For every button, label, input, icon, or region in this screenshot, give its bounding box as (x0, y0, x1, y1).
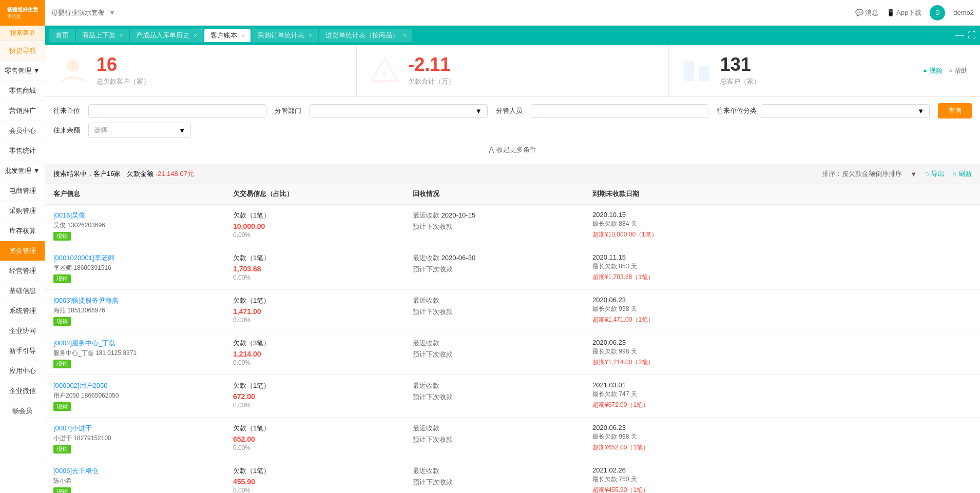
sidebar-item-guide[interactable]: 新手引导 (0, 341, 45, 361)
debt-customers-icon (57, 55, 88, 86)
sidebar-item-retail-mgmt[interactable]: 零售管理 ▼ (0, 61, 45, 81)
overdue-text-6[interactable]: 超期¥455.90（1笔） (592, 486, 972, 493)
balance-chevron-icon: ▼ (179, 127, 185, 134)
customer-name-0[interactable]: [0016]吴俊 (53, 211, 233, 220)
table-row: [0003]畅捷服务尹海燕 海燕 18513066976 现销 欠款（1笔） 1… (45, 290, 980, 332)
data-table: 客户信息 欠交易信息（占比） 回收情况 到期未收款日期 [0016]吴俊 吴俊 … (45, 184, 980, 493)
sort-chevron-icon[interactable]: ▼ (910, 170, 917, 178)
help-btn[interactable]: ○ 帮助 (949, 66, 968, 75)
sidebar-item-finance[interactable]: 资金管理 (0, 241, 45, 261)
debt-label-6: 欠款（1笔） (233, 466, 413, 476)
overdue-text-0[interactable]: 超期¥10,000.00（1笔） (592, 230, 972, 239)
sidebar-item-vip[interactable]: 畅会员 (0, 401, 45, 421)
search-menu[interactable]: 搜索菜单 (0, 26, 45, 41)
export-btn[interactable]: ○ 导出 (925, 169, 944, 179)
tab-production-history[interactable]: 产成品入库单历史 × (130, 29, 203, 42)
sidebar-item-retail-store[interactable]: 零售商城 (0, 81, 45, 101)
sidebar-item-operation[interactable]: 经营管理 (0, 261, 45, 281)
app-download-btn[interactable]: 📱 App下载 (887, 8, 921, 17)
tab-bar-actions: — ⛶ (955, 31, 976, 40)
batch-mgmt-label: 批发管理 ▼ (2, 166, 43, 175)
customer-name-4[interactable]: [000002]用户2050 (53, 381, 233, 390)
summary-text: 搜索结果中，客户16家 (53, 170, 121, 178)
debt-ratio-3: 0.00% (233, 359, 413, 366)
debt-amount-5[interactable]: 652.00 (233, 435, 413, 443)
unit-category-label: 往来单位分类 (717, 106, 757, 115)
sidebar-item-app-center[interactable]: 应用中心 (0, 361, 45, 381)
table-row: [0006]去下粮仓 陈小希 现销 欠款（1笔） 455.90 0.00% 最近… (45, 460, 980, 493)
overdue-text-1[interactable]: 超期¥1,703.68（1笔） (592, 273, 972, 282)
sidebar-item-sys-mgmt[interactable]: 系统管理 (0, 301, 45, 321)
tab-customer-account[interactable]: 客户账本 × (204, 29, 251, 42)
customer-contact-3: 服务中心_丁磊 181 0125 8371 (53, 349, 233, 358)
tab-customer-account-label: 客户账本 (210, 31, 237, 40)
due-info-5: 2020.06.23 最长欠款 998 天 超期¥652.00（1笔） (592, 424, 972, 452)
sidebar-item-ecommerce[interactable]: 电商管理 (0, 181, 45, 201)
filter-row-1: 往来单位 ... 分管部门 ▼ 分管人员 ... (53, 103, 972, 119)
tab-purchase-order-stats-close[interactable]: × (309, 32, 312, 38)
filter-person: 分管人员 ... (496, 104, 709, 118)
col-header-customer: 客户信息 (53, 189, 233, 199)
purchase-label: 采购管理 (2, 206, 43, 215)
unit-category-select[interactable]: ▼ (761, 104, 930, 118)
debt-amount-0[interactable]: 10,000.00 (233, 222, 413, 230)
customer-name-2[interactable]: [0003]畅捷服务尹海燕 (53, 296, 233, 305)
refresh-btn[interactable]: ○ 刷新 (953, 169, 972, 179)
overdue-text-2[interactable]: 超期¥1,471.00（1笔） (592, 315, 972, 324)
sidebar-item-batch-mgmt[interactable]: 批发管理 ▼ (0, 161, 45, 181)
industry-dropdown-icon[interactable]: ▼ (109, 9, 116, 16)
tab-home[interactable]: 首页 (49, 29, 75, 42)
customer-name-6[interactable]: [0006]去下粮仓 (53, 466, 233, 476)
user-avatar[interactable]: D (930, 5, 945, 21)
debt-amount-6[interactable]: 455.90 (233, 478, 413, 486)
sidebar-item-retail-stats[interactable]: 零售统计 (0, 141, 45, 161)
customer-contact-0: 吴俊 13026203696 (53, 221, 233, 230)
video-btn[interactable]: ● 视频 (923, 66, 942, 75)
member-label: 会员中心 (2, 126, 43, 135)
debt-amount-2[interactable]: 1,471.00 (233, 307, 413, 315)
tab-purchase-stats-by-product[interactable]: 进货单统计表（按商品） × (319, 29, 412, 42)
message-btn[interactable]: 💬 消息 (855, 8, 879, 17)
return-info-6: 最近收款 预计下次收款 (413, 466, 592, 487)
customer-name-1[interactable]: [0001020001]李老师 (53, 253, 233, 263)
sidebar-item-basic-info[interactable]: 基础信息 (0, 281, 45, 301)
sidebar-item-marketing[interactable]: 营销推广 (0, 101, 45, 121)
sidebar-item-purchase[interactable]: 采购管理 (0, 201, 45, 221)
tab-maximize-btn[interactable]: ⛶ (968, 31, 976, 40)
collapse-btn[interactable]: ⋀ 收起更多条件 (53, 142, 972, 157)
debt-amount-3[interactable]: 1,214.00 (233, 350, 413, 358)
tab-purchase-order-stats[interactable]: 采购订单统计表 × (252, 29, 318, 42)
sidebar-item-enterprise[interactable]: 企业协同 (0, 321, 45, 341)
tab-production-history-label: 产成品入库单历史 (136, 31, 189, 40)
debt-label-3: 欠款（3笔） (233, 339, 413, 348)
customer-name-5[interactable]: [0007]小进干 (53, 424, 233, 433)
debt-amount-4[interactable]: 672.00 (233, 392, 413, 401)
stat-card-debt-customers: 16 总欠款客户（家） (45, 45, 357, 96)
max-days-2: 最长欠款 998 天 (592, 305, 972, 313)
balance-select[interactable]: 选择... ▼ (88, 123, 191, 138)
tab-production-history-close[interactable]: × (194, 32, 197, 38)
debt-info-3: 欠款（3笔） 1,214.00 0.00% (233, 339, 413, 366)
app-logo: 畅捷通好生意 示范版 (0, 0, 45, 26)
tab-purchase-stats-by-product-close[interactable]: × (403, 32, 406, 38)
source-unit-input[interactable]: ... (88, 104, 266, 118)
person-dots: ... (536, 107, 542, 115)
overdue-text-5[interactable]: 超期¥652.00（1笔） (592, 443, 972, 452)
sidebar-item-wechat[interactable]: 企业微信 (0, 381, 45, 401)
debt-amount-1[interactable]: 1,703.68 (233, 265, 413, 273)
tab-customer-account-close[interactable]: × (241, 32, 244, 38)
overdue-text-4[interactable]: 超期¥672.00（1笔） (592, 401, 972, 409)
dept-select[interactable]: ▼ (310, 104, 488, 118)
overdue-text-3[interactable]: 超期¥1,214.00（3笔） (592, 358, 972, 367)
tab-minimize-btn[interactable]: — (955, 31, 964, 40)
search-button[interactable]: 查询 (938, 103, 972, 119)
sidebar-item-member[interactable]: 会员中心 (0, 121, 45, 141)
sidebar-item-inventory[interactable]: 库存核算 (0, 221, 45, 241)
tab-products-offline-close[interactable]: × (120, 32, 123, 38)
collapse-label: 收起更多条件 (496, 146, 536, 153)
total-customers-icon (681, 55, 712, 86)
tab-products-offline[interactable]: 商品上下架 × (76, 29, 129, 42)
person-input[interactable]: ... (531, 104, 709, 118)
customer-name-3[interactable]: [0002]服务中心_丁磊 (53, 339, 233, 348)
main-content: 母婴行业演示套餐 ▼ 💬 消息 📱 App下载 D demo2 首页 商品上下架… (45, 0, 980, 493)
